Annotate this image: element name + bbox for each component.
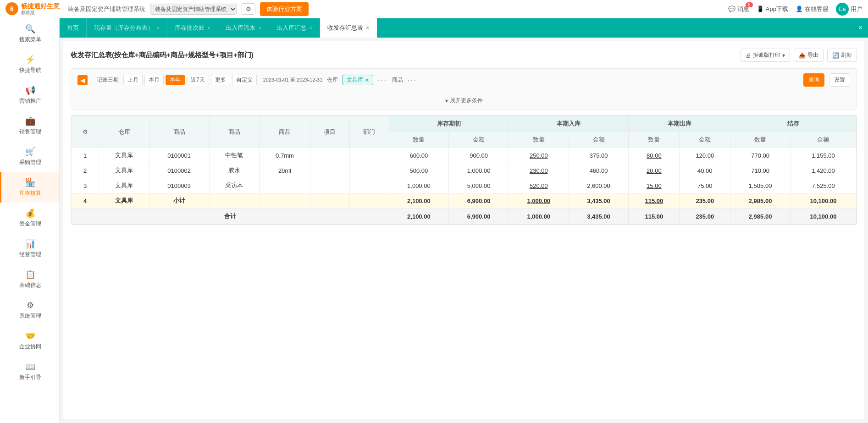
online-service-label: 在线客服 xyxy=(805,5,829,13)
sidebar-item-marketing[interactable]: 📢 营销推广 xyxy=(0,80,59,110)
user-button[interactable]: Ea 用户 xyxy=(836,3,862,16)
try-industry-button[interactable]: 体验行业方案 xyxy=(260,2,309,16)
sidebar-item-sales[interactable]: 💼 销售管理 xyxy=(0,110,59,141)
print-button[interactable]: 🖨 拆账版打印 ▾ xyxy=(741,49,790,62)
row-goods-name xyxy=(209,193,260,209)
row-out-qty[interactable]: 80.00 xyxy=(629,148,680,163)
date-btn-last-month[interactable]: 上月 xyxy=(123,75,143,85)
sidebar-label-inventory: 库存核算 xyxy=(19,189,41,197)
col-out-qty: 数量 xyxy=(629,132,680,148)
sidebar-item-purchase[interactable]: 🛒 采购管理 xyxy=(0,141,59,172)
goods-filter-dots[interactable]: ··· xyxy=(408,75,417,85)
date-buttons: 上月 本月 本年 近7天 更多 自定义 xyxy=(123,75,257,85)
row-in-amount: 3,435.00 xyxy=(569,193,629,209)
sidebar-item-inventory[interactable]: 🏪 库存核算 xyxy=(0,172,59,203)
tab-batch-close[interactable]: × xyxy=(207,25,210,31)
row-in-qty[interactable]: 250.00 xyxy=(509,148,569,163)
row-out-qty[interactable]: 20.00 xyxy=(629,163,680,178)
refresh-icon: 🔄 xyxy=(832,52,839,59)
row-in-qty[interactable]: 520.00 xyxy=(509,178,569,193)
query-button[interactable]: 查询 xyxy=(803,73,824,87)
sidebar-item-operations[interactable]: 📊 经营管理 xyxy=(0,233,59,264)
tab-receive-summary-close[interactable]: × xyxy=(366,25,369,31)
sidebar-item-enterprise[interactable]: 🤝 企业协同 xyxy=(0,325,59,356)
online-service-button[interactable]: 👤 在线客服 xyxy=(796,5,829,13)
service-icon: 👤 xyxy=(796,5,803,12)
date-btn-more[interactable]: 更多 xyxy=(211,75,230,85)
table-row: 4文具库小计2,100.006,900.001,000.003,435.0011… xyxy=(72,193,857,209)
row-project xyxy=(310,193,349,209)
warehouse-filter-dots[interactable]: ··· xyxy=(378,75,387,85)
row-in-qty[interactable]: 230.00 xyxy=(509,163,569,178)
filter-collapse-button[interactable]: ◀ xyxy=(77,75,88,85)
export-button[interactable]: 📤 导出 xyxy=(794,49,824,62)
filter-warehouse-label: 仓库 xyxy=(327,76,338,84)
message-button[interactable]: 💬 消息 6 xyxy=(728,5,749,13)
row-open-qty: 1,000.00 xyxy=(389,178,449,193)
row-bal-amount: 1,420.00 xyxy=(790,163,856,178)
purchase-icon: 🛒 xyxy=(25,147,35,157)
sidebar-item-system[interactable]: ⚙ 系统管理 xyxy=(0,295,59,325)
tab-inout-summary[interactable]: 出入库汇总 × xyxy=(269,18,320,38)
date-btn-this-month[interactable]: 本月 xyxy=(144,75,164,85)
warehouse-tag-close[interactable]: × xyxy=(365,77,369,83)
logo-icon: 6 xyxy=(6,2,18,15)
user-label: 用户 xyxy=(851,5,862,13)
tab-bar-close[interactable]: × xyxy=(858,24,862,32)
col-project-header: 项目 xyxy=(310,116,349,148)
col-settings-icon[interactable]: ⚙ xyxy=(83,128,88,135)
settings-button[interactable]: ⚙ xyxy=(242,3,255,15)
tab-batch-label: 库存批次账 xyxy=(175,24,205,32)
tab-home[interactable]: 首页 xyxy=(60,18,87,38)
tab-inventory-dist-close[interactable]: × xyxy=(156,25,160,31)
version-label: 标准版 xyxy=(21,10,60,16)
row-in-qty[interactable]: 1,000.00 xyxy=(509,193,569,209)
app-download-button[interactable]: 📱 App下载 xyxy=(757,5,788,13)
col-in-amount: 金额 xyxy=(569,132,629,148)
page-content: 收发存汇总表(按仓库+商品编码+商品+规格型号+项目+部门) 🖨 拆账版打印 ▾… xyxy=(60,38,868,423)
expand-filter-button[interactable]: ▾ 展开更多条件 xyxy=(445,97,483,104)
sidebar-item-search[interactable]: 🔍 搜索菜单 xyxy=(0,18,59,49)
footer-out-qty: 115.00 xyxy=(629,209,680,225)
system-title: 装备及固定资产辅助管理系统 xyxy=(68,5,145,13)
sidebar-item-finance[interactable]: 💰 资金管理 xyxy=(0,203,59,233)
filter-bar: ◀ 记账日期 上月 本月 本年 近7天 更多 自定义 2023-01-01 至 … xyxy=(71,68,857,110)
date-btn-this-year[interactable]: 本年 xyxy=(166,75,185,85)
tab-flow[interactable]: 出入库流水 × xyxy=(218,18,269,38)
row-no: 1 xyxy=(72,148,99,163)
footer-in-amount: 3,435.00 xyxy=(569,209,629,225)
warehouse-tag-text: 文具库 xyxy=(347,76,363,84)
col-open-qty: 数量 xyxy=(389,132,449,148)
tab-bar: 首页 现存量（库存分布表） × 库存批次账 × 出入库流水 × 出入库汇总 × xyxy=(60,18,868,38)
filter-settings-button[interactable]: 设置 xyxy=(829,73,850,87)
row-out-qty[interactable]: 115.00 xyxy=(629,193,680,209)
row-goods-name: 采访本 xyxy=(209,178,260,193)
row-out-amount: 40.00 xyxy=(680,163,730,178)
download-icon: 📱 xyxy=(757,5,764,12)
row-open-amount: 5,000.00 xyxy=(449,178,509,193)
col-settings-header[interactable]: ⚙ xyxy=(72,116,99,148)
tab-inout-summary-close[interactable]: × xyxy=(309,25,312,31)
row-in-amount: 460.00 xyxy=(569,163,629,178)
sidebar-label-operations: 经营管理 xyxy=(19,251,41,258)
refresh-button[interactable]: 🔄 刷新 xyxy=(827,49,857,62)
sidebar-item-basic-info[interactable]: 📋 基础信息 xyxy=(0,264,59,295)
date-btn-custom[interactable]: 自定义 xyxy=(232,75,257,85)
search-icon: 🔍 xyxy=(25,24,35,34)
date-btn-7days[interactable]: 近7天 xyxy=(187,75,209,85)
sidebar-item-quick-nav[interactable]: ⚡ 快捷导航 xyxy=(0,49,59,80)
tab-flow-close[interactable]: × xyxy=(258,25,261,31)
tab-receive-summary[interactable]: 收发存汇总表 × xyxy=(320,18,377,38)
tab-inventory-dist[interactable]: 现存量（库存分布表） × xyxy=(87,18,167,38)
row-out-qty[interactable]: 15.00 xyxy=(629,178,680,193)
print-dropdown-icon: ▾ xyxy=(782,52,785,59)
system-select[interactable]: 装备及固定资产辅助管理系统 xyxy=(150,4,237,15)
table-row: 3文具库0100003采访本1,000.005,000.00520.002,60… xyxy=(72,178,857,193)
sidebar-label-sales: 销售管理 xyxy=(19,128,41,136)
sidebar-item-newbie[interactable]: 📖 新手引导 xyxy=(0,356,59,387)
row-out-amount: 120.00 xyxy=(680,148,730,163)
row-goods-name: 中性笔 xyxy=(209,148,260,163)
sidebar-label-system: 系统管理 xyxy=(19,312,41,320)
sidebar: 🔍 搜索菜单 ⚡ 快捷导航 📢 营销推广 💼 销售管理 🛒 采购管理 🏪 xyxy=(0,18,60,423)
tab-batch[interactable]: 库存批次账 × xyxy=(167,18,218,38)
